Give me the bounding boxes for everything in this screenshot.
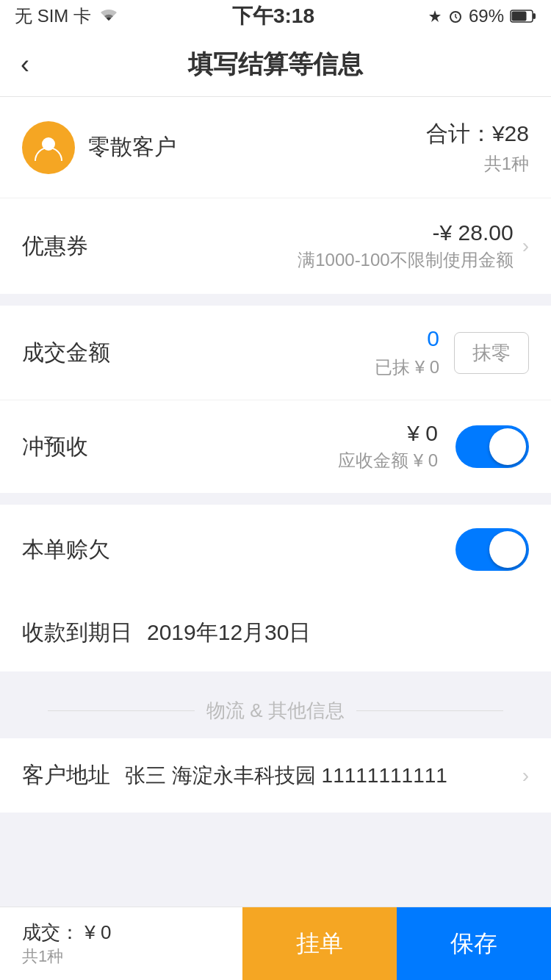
bottom-deal-value: ¥ 0: [84, 921, 111, 943]
arrears-section: 本单赊欠 收款到期日 2019年12月30日: [0, 505, 551, 671]
wifi-icon: [98, 9, 119, 24]
customer-section: 零散客户 合计：¥28 共1种 优惠券 -¥ 28.00 满1000-100不限…: [0, 97, 551, 294]
address-row[interactable]: 客户地址 张三 海淀永丰科技园 11111111111 ›: [0, 738, 551, 813]
alarm-icon: [448, 9, 463, 24]
location-icon: [428, 9, 442, 24]
due-date-row[interactable]: 收款到期日 2019年12月30日: [0, 594, 551, 671]
arrears-toggle[interactable]: [455, 528, 529, 571]
bottom-deal-amount: 成交： ¥ 0: [22, 920, 220, 945]
status-right: 69%: [428, 6, 536, 26]
deal-amount-info: 0 已抹 ¥ 0: [375, 326, 439, 379]
page-title: 填写结算等信息: [188, 48, 363, 82]
bottom-bar: 成交： ¥ 0 共1种 挂单 保存: [0, 907, 551, 980]
status-bar: 无 SIM 卡 下午3:18 69%: [0, 0, 551, 32]
coupon-label: 优惠券: [22, 231, 88, 262]
coupon-discount: -¥ 28.00: [298, 220, 513, 245]
coupon-chevron-icon: ›: [522, 234, 529, 258]
prepayment-label: 冲预收: [22, 432, 88, 462]
pending-button[interactable]: 挂单: [242, 907, 397, 980]
coupon-desc: 满1000-100不限制使用金额: [298, 248, 513, 272]
arrears-row: 本单赊欠: [0, 505, 551, 594]
total-count: 共1种: [426, 152, 529, 176]
deal-amount-label: 成交金额: [22, 338, 110, 368]
round-off-button[interactable]: 抹零: [454, 332, 529, 374]
deal-amount-sub: 已抹 ¥ 0: [375, 356, 439, 379]
user-icon: [32, 131, 65, 164]
prepayment-right: ¥ 0 应收金额 ¥ 0: [338, 421, 529, 472]
prepayment-toggle[interactable]: [455, 425, 529, 468]
bottom-info: 成交： ¥ 0 共1种: [0, 907, 242, 980]
battery-icon: [510, 10, 536, 23]
coupon-right: -¥ 28.00 满1000-100不限制使用金额 ›: [298, 220, 529, 272]
status-left: 无 SIM 卡: [15, 4, 119, 28]
prepayment-row: 冲预收 ¥ 0 应收金额 ¥ 0: [0, 400, 551, 493]
save-button[interactable]: 保存: [397, 907, 551, 980]
deal-amount-value: 0: [375, 326, 439, 351]
address-label: 客户地址: [22, 760, 110, 790]
back-button[interactable]: ‹: [21, 49, 29, 80]
due-date-label: 收款到期日: [22, 618, 132, 648]
address-section: 客户地址 张三 海淀永丰科技园 11111111111 ›: [0, 738, 551, 813]
coupon-info: -¥ 28.00 满1000-100不限制使用金额: [298, 220, 513, 272]
arrears-label: 本单赊欠: [22, 535, 110, 565]
deal-amount-row: 成交金额 0 已抹 ¥ 0 抹零: [0, 306, 551, 400]
prepayment-amount: ¥ 0: [338, 421, 438, 446]
coupon-row[interactable]: 优惠券 -¥ 28.00 满1000-100不限制使用金额 ›: [0, 198, 551, 294]
due-date-value: 2019年12月30日: [147, 618, 311, 648]
nav-bar: ‹ 填写结算等信息: [0, 32, 551, 97]
sim-status: 无 SIM 卡: [15, 4, 91, 28]
logistics-label: 物流 & 其他信息: [22, 698, 529, 724]
battery-percent: 69%: [469, 6, 504, 26]
prepayment-info: ¥ 0 应收金额 ¥ 0: [338, 421, 438, 472]
logistics-header: 物流 & 其他信息: [0, 683, 551, 738]
status-time: 下午3:18: [232, 2, 314, 30]
address-value: 张三 海淀永丰科技园 11111111111: [125, 762, 522, 790]
empty-space: [0, 824, 551, 912]
deal-amount-right: 0 已抹 ¥ 0 抹零: [375, 326, 529, 379]
bottom-count: 共1种: [22, 945, 220, 968]
total-price: 合计：¥28: [426, 119, 529, 149]
customer-row: 零散客户 合计：¥28 共1种: [0, 97, 551, 198]
customer-name: 零散客户: [88, 132, 176, 162]
customer-info: 零散客户: [22, 121, 176, 174]
prepayment-sub: 应收金额 ¥ 0: [338, 449, 438, 472]
customer-avatar: [22, 121, 75, 174]
deal-section: 成交金额 0 已抹 ¥ 0 抹零 冲预收 ¥ 0 应收金额 ¥ 0: [0, 306, 551, 493]
address-chevron-icon: ›: [522, 764, 529, 788]
svg-rect-3: [511, 12, 526, 21]
customer-right: 合计：¥28 共1种: [426, 119, 529, 176]
bottom-deal-label: 成交：: [22, 921, 79, 943]
svg-rect-2: [533, 13, 536, 19]
